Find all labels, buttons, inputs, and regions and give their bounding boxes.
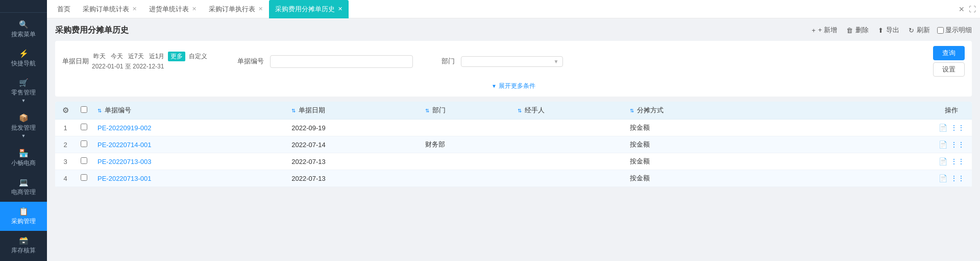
date-field: 单据日期 昨天 今天 近7天 近1月 更多 自定义 2022-01-01 至 2… bbox=[62, 52, 209, 71]
row-checkbox-cell[interactable] bbox=[76, 170, 92, 187]
refresh-label: 刷新 bbox=[917, 26, 930, 35]
delete-button[interactable]: 🗑 删除 bbox=[844, 25, 871, 36]
wholesale-icon: 📦 bbox=[19, 113, 29, 123]
shortcut-custom[interactable]: 自定义 bbox=[187, 52, 209, 61]
sidebar-item-search[interactable]: 🔍 搜索菜单 bbox=[0, 15, 47, 44]
sort-icon: ⇅ bbox=[518, 108, 522, 113]
order-no-link[interactable]: PE-20220713-001 bbox=[97, 175, 152, 182]
order-no-input[interactable] bbox=[270, 55, 413, 68]
inventory-icon: 🗃️ bbox=[19, 236, 29, 245]
dept-select[interactable]: ▼ bbox=[461, 56, 563, 67]
settings-button[interactable]: 设置 bbox=[933, 62, 965, 77]
tab-purchase-cost-history[interactable]: 采购费用分摊单历史 ✕ bbox=[269, 0, 349, 18]
row-date: 2022-09-19 bbox=[286, 120, 420, 136]
sidebar-item-wholesale[interactable]: 📦 批发管理 ▼ bbox=[0, 108, 47, 144]
close-all-icon[interactable]: ✕ bbox=[959, 5, 965, 13]
show-cols-checkbox[interactable] bbox=[937, 27, 944, 34]
show-cols-label: 显示明细 bbox=[945, 26, 972, 35]
mini-shop-icon: 🏪 bbox=[19, 149, 29, 158]
tab-inbound-stat[interactable]: 进货单统计表 ✕ bbox=[143, 0, 203, 18]
row-split-method: 按金额 bbox=[625, 136, 931, 153]
tab-label: 采购订单统计表 bbox=[83, 5, 129, 14]
tab-purchase-order-stat[interactable]: 采购订单统计表 ✕ bbox=[77, 0, 143, 18]
show-cols-toggle[interactable]: 显示明细 bbox=[937, 26, 972, 35]
sidebar-item-inventory[interactable]: 🗃️ 库存核算 bbox=[0, 231, 47, 260]
content-area: 采购费用分摊单历史 + + 新增 🗑 删除 ⬆ 导出 ↻ 刷新 bbox=[47, 18, 980, 261]
maximize-icon[interactable]: ⛶ bbox=[969, 5, 976, 13]
select-all-checkbox[interactable] bbox=[81, 106, 87, 113]
order-no-link[interactable]: PE-20220713-003 bbox=[97, 158, 152, 165]
tab-purchase-order-exec[interactable]: 采购订单执行表 ✕ bbox=[203, 0, 269, 18]
view-icon[interactable]: 📄 bbox=[939, 174, 947, 182]
add-icon: + bbox=[812, 27, 816, 34]
settings-col-icon[interactable]: ⚙ bbox=[62, 106, 69, 114]
purchase-icon: 📋 bbox=[19, 207, 29, 216]
sidebar-item-retail[interactable]: 🛒 零售管理 ▼ bbox=[0, 73, 47, 108]
refresh-button[interactable]: ↻ 刷新 bbox=[906, 25, 932, 36]
more-icon[interactable]: ⋮⋮ bbox=[950, 124, 965, 132]
date-range: 昨天 今天 近7天 近1月 更多 自定义 2022-01-01 至 2022-1… bbox=[92, 52, 209, 71]
more-icon[interactable]: ⋮⋮ bbox=[950, 140, 965, 149]
col-order-no-label: 单据编号 bbox=[105, 106, 131, 114]
chevron-down-icon: ▼ bbox=[492, 83, 497, 89]
view-icon[interactable]: 📄 bbox=[939, 124, 947, 132]
row-checkbox[interactable] bbox=[81, 124, 87, 130]
row-checkbox-cell[interactable] bbox=[76, 153, 92, 170]
row-checkbox-cell[interactable] bbox=[76, 136, 92, 153]
row-checkbox[interactable] bbox=[81, 157, 87, 164]
shortcut-yesterday[interactable]: 昨天 bbox=[92, 52, 107, 61]
shortcut-1month[interactable]: 近1月 bbox=[148, 52, 166, 61]
row-handler bbox=[512, 120, 625, 136]
sidebar-item-label: 小畅电商 bbox=[11, 159, 36, 168]
tab-home[interactable]: 首页 bbox=[51, 0, 77, 18]
row-date: 2022-07-13 bbox=[286, 153, 420, 170]
tab-close-icon[interactable]: ✕ bbox=[338, 6, 342, 12]
ecommerce-icon: 💻 bbox=[19, 178, 29, 187]
export-button[interactable]: ⬆ 导出 bbox=[876, 25, 901, 36]
col-dept: ⇅ 部门 bbox=[420, 102, 512, 120]
data-table: ⚙ ⇅ 单据编号 ⇅ 单据日期 bbox=[55, 102, 972, 187]
order-no-link[interactable]: PE-20220714-001 bbox=[97, 141, 152, 149]
more-icon[interactable]: ⋮⋮ bbox=[950, 174, 965, 182]
row-actions: 📄 ⋮⋮ bbox=[931, 153, 972, 170]
row-checkbox-cell[interactable] bbox=[76, 120, 92, 136]
sidebar-item-quick-nav[interactable]: ⚡ 快捷导航 bbox=[0, 44, 47, 73]
row-checkbox[interactable] bbox=[81, 140, 87, 147]
add-button[interactable]: + + 新增 bbox=[810, 25, 839, 36]
row-num: 2 bbox=[55, 136, 76, 153]
shortcut-today[interactable]: 今天 bbox=[109, 52, 125, 61]
col-handler: ⇅ 经手人 bbox=[512, 102, 625, 120]
order-no-field: 单据编号 bbox=[237, 55, 413, 68]
row-actions: 📄 ⋮⋮ bbox=[931, 120, 972, 136]
view-icon[interactable]: 📄 bbox=[939, 140, 947, 149]
sort-icon: ⇅ bbox=[97, 108, 102, 113]
query-button[interactable]: 查询 bbox=[933, 46, 965, 60]
row-num: 3 bbox=[55, 153, 76, 170]
tab-close-icon[interactable]: ✕ bbox=[258, 6, 263, 12]
sidebar-item-mini-shop[interactable]: 🏪 小畅电商 bbox=[0, 144, 47, 173]
expand-more-btn[interactable]: ▼ 展开更多条件 bbox=[62, 81, 965, 91]
col-checkbox[interactable] bbox=[76, 102, 92, 120]
toolbar: + + 新增 🗑 删除 ⬆ 导出 ↻ 刷新 显示明细 bbox=[810, 25, 972, 36]
retail-icon: 🛒 bbox=[19, 78, 29, 87]
row-dept bbox=[420, 153, 512, 170]
row-order-no: PE-20220919-002 bbox=[92, 120, 286, 136]
date-value: 2022-01-01 至 2022-12-31 bbox=[92, 62, 209, 71]
shortcut-7days[interactable]: 近7天 bbox=[127, 52, 145, 61]
sidebar-item-ecommerce[interactable]: 💻 电商管理 bbox=[0, 173, 47, 202]
row-split-method: 按金额 bbox=[625, 120, 931, 136]
sidebar-item-purchase[interactable]: 📋 采购管理 bbox=[0, 202, 47, 231]
more-icon[interactable]: ⋮⋮ bbox=[950, 157, 965, 165]
date-shortcuts: 昨天 今天 近7天 近1月 更多 自定义 bbox=[92, 52, 209, 61]
sidebar-logo bbox=[0, 4, 47, 13]
shortcut-more[interactable]: 更多 bbox=[168, 52, 185, 61]
tab-close-icon[interactable]: ✕ bbox=[132, 6, 137, 12]
tab-close-icon[interactable]: ✕ bbox=[192, 6, 197, 12]
sidebar-item-label: 采购管理 bbox=[11, 217, 36, 226]
chevron-down-icon: ▼ bbox=[21, 133, 26, 138]
row-checkbox[interactable] bbox=[81, 174, 87, 181]
row-date: 2022-07-14 bbox=[286, 136, 420, 153]
col-settings[interactable]: ⚙ bbox=[55, 102, 76, 120]
order-no-link[interactable]: PE-20220919-002 bbox=[97, 124, 152, 132]
view-icon[interactable]: 📄 bbox=[939, 157, 947, 165]
